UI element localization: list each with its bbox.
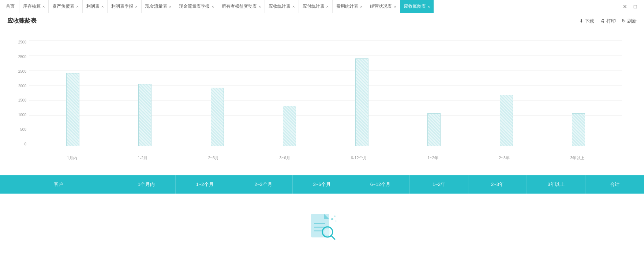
svg-point-9 <box>334 216 336 217</box>
tabs-container: 库存核算×资产负债表×利润表×利润表季报×现金流量表×现金流量表季报×所有者权益… <box>19 0 434 13</box>
tab-label: 现金流量表季报 <box>179 3 210 9</box>
tab-home[interactable]: 首页 <box>1 0 19 13</box>
tab-close-icon[interactable]: × <box>101 4 104 9</box>
x-axis-label: 3年以上 <box>570 155 584 161</box>
tab-close-icon[interactable]: × <box>42 4 45 9</box>
tab-item-7[interactable]: 应收统计表× <box>265 0 299 13</box>
x-axis-label: 1月内 <box>67 155 77 161</box>
svg-line-7 <box>331 236 335 239</box>
refresh-icon: ↻ <box>622 18 626 24</box>
chart-area: 2500250025002000150010005000 1月内1-2月2~3月… <box>0 29 644 175</box>
table-header: 客户1个月内1~2个月2~3个月3~6个月6~12个月1~2年2~3年3年以上合… <box>0 175 644 194</box>
maximize-window-button[interactable]: □ <box>631 2 640 11</box>
bar <box>500 95 513 146</box>
tab-item-6[interactable]: 所有者权益变动表× <box>218 0 265 13</box>
page-header: 应收账龄表 ⬇ 下载 🖨 打印 ↻ 刷新 <box>0 13 644 29</box>
table-header-cell-0: 客户 <box>0 175 117 194</box>
tab-label: 应付统计表 <box>303 3 325 9</box>
y-axis: 2500250025002000150010005000 <box>15 40 29 146</box>
y-axis-label: 2500 <box>18 55 26 59</box>
tab-close-icon[interactable]: × <box>360 4 362 9</box>
x-axis-label: 2~3年 <box>499 155 510 161</box>
print-button[interactable]: 🖨 打印 <box>600 18 616 24</box>
table-header-cell-9: 合计 <box>585 175 644 194</box>
download-icon: ⬇ <box>579 18 583 24</box>
tab-label: 利润表季报 <box>111 3 133 9</box>
x-labels: 1月内1-2月2~3月3~6月6-12个月1~2年2~3年3年以上 <box>29 155 622 161</box>
svg-point-6 <box>324 229 331 235</box>
tab-item-8[interactable]: 应付统计表× <box>299 0 333 13</box>
tab-item-2[interactable]: 利润表× <box>83 0 108 13</box>
x-axis-label: 6-12个月 <box>351 155 367 161</box>
tab-close-icon[interactable]: × <box>76 4 78 9</box>
y-axis-label: 500 <box>20 127 26 132</box>
header-actions: ⬇ 下载 🖨 打印 ↻ 刷新 <box>579 18 637 24</box>
chart-inner: 1月内1-2月2~3月3~6月6-12个月1~2年2~3年3年以上 <box>29 37 622 161</box>
x-axis-label: 1~2年 <box>427 155 438 161</box>
bar-group <box>211 88 224 146</box>
tab-close-icon[interactable]: × <box>292 4 295 9</box>
bar <box>66 73 79 146</box>
empty-state <box>0 194 644 259</box>
tab-bar: 首页 库存核算×资产负债表×利润表×利润表季报×现金流量表×现金流量表季报×所有… <box>0 0 644 13</box>
table-header-cell-6: 1~2年 <box>410 175 468 194</box>
page-title: 应收账龄表 <box>7 17 37 25</box>
bar-group <box>572 113 585 146</box>
x-axis-label: 2~3月 <box>208 155 219 161</box>
tab-label: 所有者权益变动表 <box>222 3 257 9</box>
tab-close-icon[interactable]: × <box>211 4 214 9</box>
tab-item-0[interactable]: 库存核算× <box>19 0 49 13</box>
close-window-button[interactable]: ✕ <box>621 2 629 11</box>
bar <box>138 84 151 146</box>
tab-close-icon[interactable]: × <box>135 4 137 9</box>
bar <box>355 58 368 146</box>
download-button[interactable]: ⬇ 下载 <box>579 18 594 24</box>
table-header-cell-4: 3~6个月 <box>293 175 351 194</box>
tab-item-9[interactable]: 费用统计表× <box>333 0 366 13</box>
tab-item-10[interactable]: 经营状况表× <box>366 0 400 13</box>
x-axis-label: 3~6月 <box>280 155 291 161</box>
bar <box>427 113 441 146</box>
table-header-cell-3: 2~3个月 <box>234 175 293 194</box>
window-controls: ✕ □ <box>621 2 643 11</box>
table-header-cell-7: 2~3年 <box>468 175 527 194</box>
refresh-button[interactable]: ↻ 刷新 <box>622 18 637 24</box>
bar <box>572 113 585 146</box>
tab-label: 费用统计表 <box>336 3 358 9</box>
bar-group <box>66 73 79 146</box>
y-axis-label: 2500 <box>18 69 26 73</box>
tab-label: 资产负债表 <box>52 3 74 9</box>
tab-close-icon[interactable]: × <box>326 4 329 9</box>
bar <box>283 106 296 146</box>
main-content: 2500250025002000150010005000 1月内1-2月2~3月… <box>0 29 644 263</box>
y-axis-label: 0 <box>24 142 26 146</box>
table-header-cell-2: 1~2个月 <box>176 175 234 194</box>
svg-point-10 <box>336 221 337 222</box>
bar-group <box>138 84 151 146</box>
print-icon: 🖨 <box>600 18 605 24</box>
bar-group <box>500 95 513 146</box>
tab-label: 利润表 <box>86 3 100 9</box>
tab-item-11[interactable]: 应收账龄表× <box>400 0 434 13</box>
table-header-cell-5: 6~12个月 <box>351 175 410 194</box>
bar-group <box>355 58 368 146</box>
x-axis-label: 1-2月 <box>138 155 147 161</box>
tab-item-5[interactable]: 现金流量表季报× <box>175 0 218 13</box>
tab-label: 应收账龄表 <box>404 3 426 9</box>
tab-item-1[interactable]: 资产负债表× <box>49 0 82 13</box>
tab-label: 现金流量表 <box>145 3 167 9</box>
tab-close-icon[interactable]: × <box>428 4 430 9</box>
empty-icon <box>304 208 340 245</box>
table-header-cell-8: 3年以上 <box>527 175 585 194</box>
tab-item-4[interactable]: 现金流量表× <box>142 0 175 13</box>
tab-close-icon[interactable]: × <box>394 4 396 9</box>
tab-label: 应收统计表 <box>269 3 291 9</box>
y-axis-label: 2500 <box>18 40 26 44</box>
tab-close-icon[interactable]: × <box>259 4 261 9</box>
tab-label: 经营状况表 <box>370 3 392 9</box>
y-axis-label: 1000 <box>18 113 26 117</box>
y-axis-label: 1500 <box>18 98 26 102</box>
bars-wrapper <box>29 40 622 146</box>
tab-item-3[interactable]: 利润表季报× <box>108 0 141 13</box>
tab-close-icon[interactable]: × <box>169 4 171 9</box>
